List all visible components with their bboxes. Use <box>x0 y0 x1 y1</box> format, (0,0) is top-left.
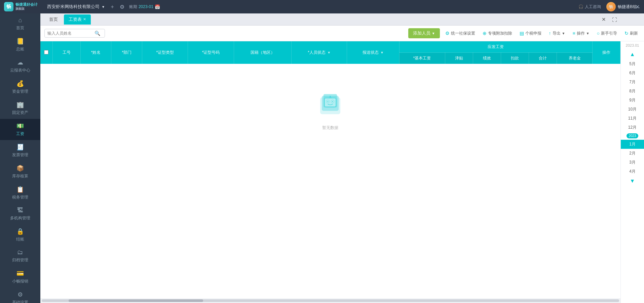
cal-month-1-active[interactable]: 1月 <box>621 140 644 149</box>
select-all-checkbox[interactable] <box>44 50 48 54</box>
sidebar-item-fixed-assets[interactable]: 🏢 固定资产 <box>0 98 40 119</box>
search-input[interactable] <box>47 31 94 36</box>
sidebar-label-home: 首页 <box>16 25 24 31</box>
sidebar-label-fixed-assets: 固定资产 <box>12 110 28 116</box>
person-status-filter-icon[interactable]: ▼ <box>327 51 331 54</box>
th-total: 合计 <box>529 53 557 64</box>
tax-report-button[interactable]: ▤ 个税申报 <box>518 29 543 38</box>
cal-month-8[interactable]: 8月 <box>621 87 644 96</box>
cal-month-2[interactable]: 2月 <box>621 149 644 158</box>
sidebar-label-invoice: 发票管理 <box>12 152 28 158</box>
closing-icon: 🔒 <box>16 228 24 235</box>
guide-button[interactable]: ○ 新手引导 <box>595 29 619 38</box>
toolbar-right: 添加人员 ▼ ⚙ 统一社保设置 ⊕ 专项附加扣除 ▤ 个税申报 ↑ 导出 <box>408 28 640 38</box>
archive-icon: 🗂 <box>17 249 23 256</box>
company-dropdown-icon: ▼ <box>102 5 105 9</box>
operations-icon: ≡ <box>572 31 575 36</box>
operations-button[interactable]: ≡ 操作 ▼ <box>570 29 591 38</box>
service-button[interactable]: 🎧 人工咨询 <box>578 4 601 10</box>
cal-month-9[interactable]: 9月 <box>621 96 644 105</box>
headset-icon: 🎧 <box>578 4 583 9</box>
year-badge: 2023 <box>627 133 638 138</box>
th-checkbox[interactable] <box>40 41 52 64</box>
table-area: 工号 *姓名 *部门 *证型类型 *证型号码 国籍（地区） *人员状态 ▼ <box>40 41 620 303</box>
cal-month-5[interactable]: 5月 <box>621 59 644 69</box>
cal-month-11[interactable]: 11月 <box>621 114 644 123</box>
fund-icon: 💰 <box>16 80 24 87</box>
guide-toolbar-icon: ○ <box>597 31 600 36</box>
top-bar-actions: ＋ ⚙ <box>110 3 124 10</box>
search-input-wrap[interactable]: 🔍 <box>44 29 105 38</box>
sidebar-item-multi-org[interactable]: 🏗 多机构管理 <box>0 204 40 224</box>
app-logo: 畅 畅捷通好会计 旗舰版 <box>4 2 44 11</box>
close-button[interactable]: ✕ <box>631 0 644 13</box>
sidebar-item-invoice[interactable]: 🧾 发票管理 <box>0 140 40 161</box>
tab-home[interactable]: 首页 <box>44 14 63 25</box>
sidebar-item-archive[interactable]: 🗂 归档管理 <box>0 246 40 266</box>
calendar-icon[interactable]: 📅 <box>155 4 160 9</box>
report-status-filter-icon[interactable]: ▼ <box>380 51 384 54</box>
panel-maximize-button[interactable]: ⛶ <box>609 13 620 26</box>
special-deduct-button[interactable]: ⊕ 专项附加扣除 <box>481 29 514 38</box>
sidebar-item-inventory[interactable]: 📦 库存核算 <box>0 161 40 182</box>
sidebar-item-closing[interactable]: 🔒 结账 <box>0 224 40 246</box>
sidebar-item-tax[interactable]: 📋 税务管理 <box>0 182 40 204</box>
svg-rect-8 <box>325 98 336 107</box>
maximize-button[interactable]: □ <box>617 0 631 13</box>
th-id-type: *证型类型 <box>142 41 188 64</box>
svg-point-14 <box>330 96 331 97</box>
operations-chevron-icon: ▼ <box>586 32 590 35</box>
sidebar-item-settings[interactable]: ⚙ 基础设置 <box>0 288 40 303</box>
cal-month-6[interactable]: 6月 <box>621 69 644 78</box>
calendar-prev-button[interactable]: ▲ <box>621 49 644 59</box>
cal-month-4[interactable]: 4月 <box>621 167 644 176</box>
tab-bar: 首页 工资表 ✕ <box>40 13 644 26</box>
export-button[interactable]: ↑ 导出 ▼ <box>547 29 567 38</box>
assets-icon: 🏢 <box>16 101 24 109</box>
social-settings-label: 统一社保设置 <box>451 31 475 36</box>
add-person-button[interactable]: 添加人员 ▼ <box>408 28 440 38</box>
th-report-status[interactable]: 报送状态 ▼ <box>347 41 399 64</box>
refresh-button[interactable]: ↻ 刷新 <box>622 29 640 38</box>
company-selector[interactable]: 西安虾米网络科技有限公司 ▼ <box>47 4 105 10</box>
th-dept: *部门 <box>111 41 142 64</box>
sidebar-label-archive: 归档管理 <box>12 257 28 263</box>
sidebar-item-home[interactable]: ⌂ 首页 <box>0 13 40 34</box>
cal-month-12[interactable]: 12月 <box>621 123 644 132</box>
operations-label: 操作 <box>577 31 585 36</box>
refresh-icon: ↻ <box>624 31 629 36</box>
settings-icon[interactable]: ⚙ <box>120 4 124 10</box>
panel-close-button[interactable]: ✕ <box>598 13 609 26</box>
sidebar-item-cloud-report[interactable]: ☁ 云报表中心 <box>0 55 40 77</box>
salary-icon: 💵 <box>16 122 24 130</box>
tab-salary-label: 工资表 <box>69 16 82 23</box>
minimize-button[interactable]: — <box>604 0 617 13</box>
cal-month-10[interactable]: 10月 <box>621 105 644 114</box>
expense-icon: 💳 <box>16 270 24 277</box>
add-company-button[interactable]: ＋ <box>110 3 115 10</box>
sidebar-label-salary: 工资 <box>16 131 24 137</box>
calendar-period-display: 2023.01 <box>626 41 639 49</box>
ledger-icon: 📒 <box>16 38 24 45</box>
content-area: 首页 工资表 ✕ ✕ ⛶ 🔍 添加人员 ▼ <box>40 13 644 303</box>
tax-icon: 📋 <box>16 186 24 193</box>
cal-month-7[interactable]: 7月 <box>621 78 644 87</box>
cal-month-3[interactable]: 3月 <box>621 158 644 167</box>
social-settings-button[interactable]: ⚙ 统一社保设置 <box>443 29 477 38</box>
sidebar-item-ledger[interactable]: 📒 总账 <box>0 34 40 55</box>
app-version: 旗舰版 <box>15 7 38 11</box>
sidebar-label-closing: 结账 <box>16 236 24 242</box>
tab-close-icon[interactable]: ✕ <box>83 17 86 21</box>
th-person-status[interactable]: *人员状态 ▼ <box>292 41 347 64</box>
tab-salary[interactable]: 工资表 ✕ <box>64 14 91 25</box>
special-deduct-label: 专项附加扣除 <box>488 31 512 36</box>
sidebar-item-expense[interactable]: 💳 小畅报销 <box>0 266 40 288</box>
scrollbar-thumb[interactable] <box>69 299 203 302</box>
calendar-next-button[interactable]: ▼ <box>621 176 644 186</box>
th-number: 工号 <box>52 41 80 64</box>
sidebar-item-fund[interactable]: 💰 资金管理 <box>0 77 40 98</box>
logo-icon: 畅 <box>4 2 13 11</box>
horizontal-scrollbar[interactable] <box>40 298 620 303</box>
social-settings-icon: ⚙ <box>445 31 450 36</box>
sidebar-item-salary[interactable]: 💵 工资 <box>0 119 40 140</box>
